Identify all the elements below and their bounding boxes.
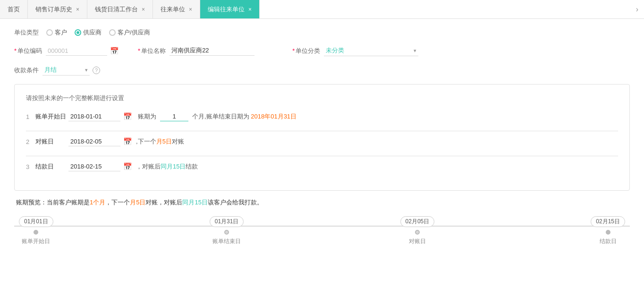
tab-bar: 首页 销售订单历史 × 钱货日清工作台 × 往来单位 × 编辑往来单位 × › — [0, 0, 644, 19]
radio-customer[interactable]: 客户 — [46, 28, 67, 37]
preview-suffix: 该客户会给我打款。 — [208, 199, 263, 206]
tab-sales-history[interactable]: 销售订单历史 × — [28, 0, 87, 18]
period-start-date-input[interactable] — [68, 112, 120, 121]
payment-terms-group: 收款条件 月结 ▾ ? — [14, 65, 100, 76]
preview-sep1: ，下一个 — [105, 199, 130, 206]
period-reconcile-calendar-icon[interactable]: 📅 — [123, 137, 132, 146]
preview-text: 账期预览：当前客户账期是1个月，下一个月5日对账，对账后同月15日该客户会给我打… — [14, 198, 630, 207]
timeline-wrapper: 01月01日 账单开始日 01月31日 账单结束日 02月05日 对账日 02月… — [14, 216, 630, 245]
period-row1-suffix: 个月,账单结束日期为 2018年01月31日 — [192, 112, 297, 121]
preview-sep2: 对账，对账后 — [145, 199, 182, 206]
tab-sales-history-close[interactable]: × — [76, 6, 79, 13]
unit-code-label: *单位编码 — [14, 47, 42, 55]
timeline-label-top-2: 02月05日 — [400, 216, 435, 227]
tab-home[interactable]: 首页 — [0, 0, 28, 18]
period-row-3: 3 结款日 📅 ，对账后同月15日结款 — [26, 162, 618, 171]
timeline-label-top-0: 01月01日 — [19, 216, 53, 227]
timeline-point-3: 02月15日 结款日 — [591, 216, 625, 245]
timeline-label-bottom-0: 账单开始日 — [22, 237, 50, 245]
radio-customer-circle — [46, 29, 53, 36]
payment-terms-row: 收款条件 月结 ▾ ? — [14, 65, 630, 76]
unit-category-arrow: ▾ — [414, 48, 416, 54]
period-row3-prefix: ，对账后 — [136, 163, 161, 170]
period-num-1: 1 — [26, 113, 35, 120]
tab-edit-partner-label: 编辑往来单位 — [208, 5, 245, 14]
unit-code-group: *单位编码 📅 — [14, 46, 119, 56]
period-settings-box: 请按照未来的一个完整帐期进行设置 1 账单开始日 📅 账期为 个月,账单结束日期… — [14, 84, 630, 191]
unit-name-input[interactable] — [169, 46, 254, 56]
tab-partner[interactable]: 往来单位 × — [153, 0, 200, 18]
period-months-input[interactable] — [160, 112, 188, 121]
timeline-point-1: 01月31日 账单结束日 — [210, 216, 244, 245]
period-payment-date-input[interactable] — [68, 162, 120, 171]
period-start-calendar-icon[interactable]: 📅 — [123, 112, 132, 121]
period-row2-prefix: ,下一个 — [136, 138, 156, 145]
unit-name-group: *单位名称 — [138, 46, 254, 56]
period-row-1: 1 账单开始日 📅 账期为 个月,账单结束日期为 2018年01月31日 — [26, 112, 618, 121]
payment-terms-help[interactable]: ? — [93, 67, 100, 74]
timeline-label-top-1: 01月31日 — [210, 216, 244, 227]
radio-customer-label: 客户 — [55, 28, 67, 37]
timeline-label-top-3: 02月15日 — [591, 216, 625, 227]
payment-terms-label: 收款条件 — [14, 66, 39, 75]
tab-partner-close[interactable]: × — [189, 6, 192, 13]
radio-both[interactable]: 客户/供应商 — [109, 28, 150, 37]
period-num-3: 3 — [26, 163, 35, 170]
timeline-label-bottom-2: 对账日 — [409, 237, 426, 245]
period-row1-desc: 账期为 — [138, 112, 156, 121]
radio-supplier-label: 供应商 — [83, 28, 102, 37]
unit-type-label: 单位类型 — [14, 28, 39, 37]
payment-terms-arrow: ▾ — [85, 67, 88, 73]
period-divider-1 — [26, 131, 618, 131]
period-label-1: 账单开始日 — [35, 112, 68, 121]
unit-category-group: *单位分类 未分类 ▾ — [292, 45, 418, 56]
unit-category-label: *单位分类 — [292, 47, 320, 55]
timeline-dot-3 — [606, 230, 610, 235]
unit-category-value: 未分类 — [326, 46, 412, 55]
period-row3-teal: 同月15日 — [161, 163, 186, 170]
tab-cash-daily-label: 钱货日清工作台 — [95, 5, 138, 14]
preview-part1: 1个月 — [90, 199, 105, 206]
timeline-points: 01月01日 账单开始日 01月31日 账单结束日 02月05日 对账日 02月… — [19, 216, 625, 245]
period-end-date-highlight: 2018年01月31日 — [251, 113, 297, 120]
period-payment-calendar-icon[interactable]: 📅 — [123, 162, 132, 171]
tab-home-label: 首页 — [8, 5, 20, 14]
preview-part3: 同月15日 — [182, 199, 207, 206]
timeline-label-bottom-1: 账单结束日 — [212, 237, 241, 245]
main-content: 单位类型 客户 供应商 客户/供应商 *单位编码 📅 — [0, 19, 644, 287]
tab-more-button[interactable]: › — [630, 0, 644, 18]
unit-info-row: *单位编码 📅 *单位名称 *单位分类 未分类 ▾ — [14, 45, 630, 56]
unit-type-group: 单位类型 客户 供应商 客户/供应商 — [14, 28, 150, 37]
period-row3-desc: ，对账后同月15日结款 — [136, 162, 198, 171]
unit-category-select[interactable]: 未分类 ▾ — [324, 45, 418, 56]
period-row2-desc: ,下一个月5日对账 — [136, 137, 184, 146]
payment-terms-value: 月结 — [44, 66, 83, 74]
period-box-title: 请按照未来的一个完整帐期进行设置 — [26, 94, 618, 102]
payment-terms-select[interactable]: 月结 ▾ — [42, 65, 90, 76]
period-divider-2 — [26, 156, 618, 156]
period-label-2: 对账日 — [35, 137, 68, 146]
timeline-dot-2 — [415, 230, 420, 235]
preview-prefix: 账期预览：当前客户账期是 — [16, 199, 90, 206]
radio-supplier[interactable]: 供应商 — [75, 28, 102, 37]
unit-type-row: 单位类型 客户 供应商 客户/供应商 — [14, 28, 630, 37]
period-months-suffix: 个月,账单结束日期为 — [192, 113, 249, 120]
tab-edit-partner[interactable]: 编辑往来单位 × — [200, 0, 260, 18]
timeline-dot-1 — [224, 230, 229, 235]
tab-edit-partner-close[interactable]: × — [248, 6, 252, 13]
period-reconcile-date-input[interactable] — [68, 137, 120, 146]
period-row-2: 2 对账日 📅 ,下一个月5日对账 — [26, 137, 618, 146]
unit-code-icon[interactable]: 📅 — [110, 47, 119, 55]
timeline-point-2: 02月05日 对账日 — [400, 216, 435, 245]
tab-cash-daily[interactable]: 钱货日清工作台 × — [87, 0, 153, 18]
period-label-3: 结款日 — [35, 162, 68, 171]
tab-cash-daily-close[interactable]: × — [142, 6, 145, 13]
period-row3-suffix: 结款 — [186, 163, 198, 170]
preview-part2: 月5日 — [130, 199, 145, 206]
unit-code-input[interactable] — [46, 46, 107, 56]
tab-partner-label: 往来单位 — [161, 5, 185, 14]
unit-name-label: *单位名称 — [138, 47, 166, 55]
period-row2-suffix: 对账 — [172, 138, 184, 145]
unit-type-radio-group: 客户 供应商 客户/供应商 — [46, 28, 150, 37]
period-row2-orange: 月5日 — [156, 138, 172, 145]
